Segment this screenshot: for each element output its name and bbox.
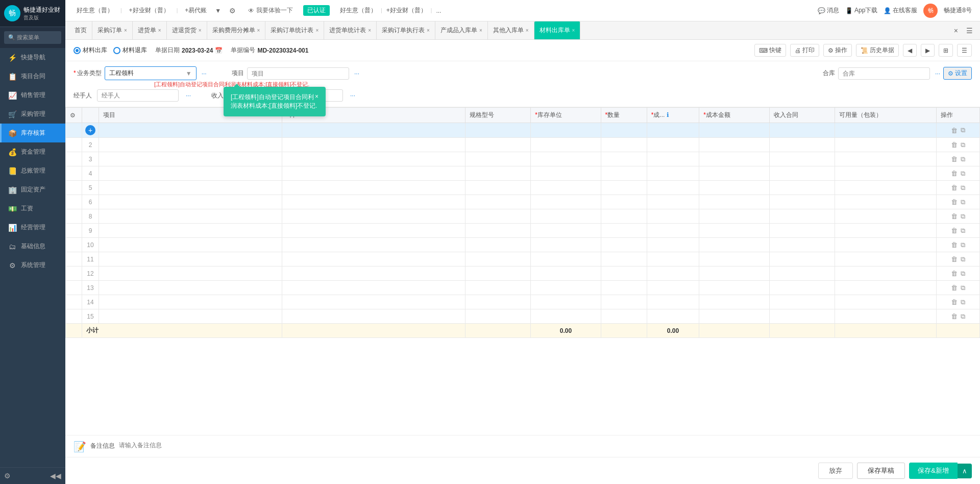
tab-close-instock[interactable]: × bbox=[158, 28, 161, 33]
row3-copy-button[interactable]: ⧉ bbox=[960, 155, 966, 164]
sidebar-item-sales[interactable]: 📈 销售管理 bbox=[0, 86, 65, 105]
row10-delete-button[interactable]: 🗑 bbox=[950, 240, 958, 250]
sidebar-item-ledger[interactable]: 📒 总账管理 bbox=[0, 161, 65, 180]
biz-type-more-icon[interactable]: ··· bbox=[202, 70, 207, 77]
tab-purchase-exec[interactable]: 采购订单执行表 × bbox=[377, 21, 435, 40]
topbar-nav2-2[interactable]: +好业财（普） bbox=[386, 6, 427, 15]
project-input[interactable] bbox=[247, 67, 349, 80]
tab-home[interactable]: 首页 bbox=[69, 21, 92, 40]
row12-delete-button[interactable]: 🗑 bbox=[950, 269, 958, 278]
row14-delete-button[interactable]: 🗑 bbox=[950, 298, 958, 307]
shortcut-key-button[interactable]: ⌨ 快键 bbox=[754, 44, 786, 57]
note-input[interactable] bbox=[119, 440, 972, 451]
list-view-button[interactable]: ☰ bbox=[957, 44, 972, 57]
handler-more-icon[interactable]: ··· bbox=[186, 92, 191, 99]
row11-copy-button[interactable]: ⧉ bbox=[960, 255, 966, 264]
row6-copy-button[interactable]: ⧉ bbox=[960, 198, 966, 207]
tab-close-purchase-fee[interactable]: × bbox=[257, 28, 260, 33]
sidebar-item-assets[interactable]: 🏢 固定资产 bbox=[0, 180, 65, 199]
save-draft-button[interactable]: 保存草稿 bbox=[857, 463, 905, 479]
row14-copy-button[interactable]: ⧉ bbox=[960, 298, 966, 307]
income-contract-more-icon[interactable]: ··· bbox=[350, 92, 355, 99]
search-menu-button[interactable]: 🔍 搜索菜单 bbox=[4, 31, 61, 44]
print-button[interactable]: 🖨 打印 bbox=[790, 44, 819, 57]
row5-delete-button[interactable]: 🗑 bbox=[950, 183, 958, 192]
tooltip-close-button[interactable]: × bbox=[315, 93, 318, 100]
row6-delete-button[interactable]: 🗑 bbox=[950, 198, 958, 207]
discard-button[interactable]: 放弃 bbox=[818, 463, 853, 479]
add-row-button[interactable]: + bbox=[85, 125, 95, 135]
col-settings-icon[interactable]: ⚙ bbox=[70, 112, 76, 119]
row4-copy-button[interactable]: ⧉ bbox=[960, 169, 966, 178]
tab-close-purchase-order[interactable]: × bbox=[124, 28, 127, 33]
project-more-icon[interactable]: ··· bbox=[354, 70, 359, 77]
row8-copy-button[interactable]: ⧉ bbox=[960, 212, 966, 221]
sidebar-item-fund[interactable]: 💰 资金管理 bbox=[0, 142, 65, 161]
handler-input[interactable] bbox=[97, 89, 179, 102]
topbar-nav2-3[interactable]: ... bbox=[436, 7, 441, 14]
row10-copy-button[interactable]: ⧉ bbox=[960, 240, 966, 250]
sidebar-collapse-button[interactable]: ◀◀ bbox=[50, 472, 61, 480]
settings-button[interactable]: ⚙ 设置 bbox=[943, 67, 972, 80]
tab-list-button[interactable]: ☰ bbox=[963, 26, 976, 36]
tab-other-instock[interactable]: 其他入库单 × bbox=[488, 21, 534, 40]
tab-close-purchase-stat[interactable]: × bbox=[315, 28, 318, 33]
tab-material-outstock[interactable]: 材料出库单 × bbox=[534, 21, 581, 40]
user-name[interactable]: 畅捷通8号 bbox=[944, 6, 972, 15]
row1-material-input[interactable] bbox=[285, 127, 462, 134]
radio-material-out[interactable]: 材料出库 bbox=[74, 46, 107, 55]
tab-purchase-stat[interactable]: 采购订单统计表 × bbox=[265, 21, 324, 40]
row1-project-input[interactable] bbox=[102, 127, 279, 134]
row2-copy-button[interactable]: ⧉ bbox=[960, 140, 966, 150]
tab-close-other-instock[interactable]: × bbox=[526, 28, 529, 33]
tab-instock[interactable]: 进货单 × bbox=[133, 21, 167, 40]
tab-return[interactable]: 进退货货 × bbox=[167, 21, 207, 40]
row1-delete-button[interactable]: 🗑 bbox=[950, 126, 958, 135]
row3-delete-button[interactable]: 🗑 bbox=[950, 155, 958, 164]
tab-close-all-button[interactable]: × bbox=[951, 26, 961, 36]
topbar-dropdown-arrow[interactable]: ▼ bbox=[215, 7, 221, 14]
tab-purchase-fee[interactable]: 采购费用分摊单 × bbox=[207, 21, 266, 40]
next-button[interactable]: ▶ bbox=[921, 44, 935, 57]
sidebar-item-shortcut[interactable]: ⚡ 快捷导航 bbox=[0, 48, 65, 67]
row13-copy-button[interactable]: ⧉ bbox=[960, 283, 966, 293]
row5-copy-button[interactable]: ⧉ bbox=[960, 183, 966, 192]
prev-button[interactable]: ◀ bbox=[903, 44, 917, 57]
topbar-nav-haoyecai[interactable]: +好业财（普） bbox=[126, 4, 173, 17]
radio-material-return[interactable]: 材料退库 bbox=[113, 46, 147, 55]
warehouse-input[interactable] bbox=[838, 67, 930, 80]
topbar-app-download[interactable]: 📱 App下载 bbox=[845, 6, 877, 15]
topbar-nav-haoshengyi[interactable]: 好生意（普） bbox=[74, 4, 116, 17]
operation-button[interactable]: ⚙ 操作 bbox=[823, 44, 852, 57]
tab-instock-stat[interactable]: 进货单统计表 × bbox=[324, 21, 377, 40]
topbar-nav-yidaizhang[interactable]: +易代账 bbox=[182, 4, 210, 17]
topbar-experience[interactable]: 👁 我要体验一下 bbox=[248, 6, 293, 15]
tab-product-instock[interactable]: 产成品入库单 × bbox=[435, 21, 488, 40]
topbar-settings-icon[interactable]: ⚙ bbox=[229, 7, 236, 15]
sidebar-item-purchase[interactable]: 🛒 采购管理 bbox=[0, 105, 65, 124]
row9-delete-button[interactable]: 🗑 bbox=[950, 226, 958, 235]
sidebar-item-inventory[interactable]: 📦 库存核算 bbox=[0, 124, 65, 142]
row1-copy-button[interactable]: ⧉ bbox=[960, 126, 966, 135]
row9-copy-button[interactable]: ⧉ bbox=[960, 226, 966, 235]
row8-delete-button[interactable]: 🗑 bbox=[950, 212, 958, 221]
row4-delete-button[interactable]: 🗑 bbox=[950, 169, 958, 178]
tab-close-purchase-exec[interactable]: × bbox=[427, 28, 430, 33]
row15-delete-button[interactable]: 🗑 bbox=[950, 312, 958, 321]
sidebar-item-project[interactable]: 📋 项目合同 bbox=[0, 67, 65, 86]
row2-delete-button[interactable]: 🗑 bbox=[950, 140, 958, 150]
col-info-icon[interactable]: ℹ bbox=[667, 111, 669, 118]
topbar-message[interactable]: 💬 消息 bbox=[818, 6, 839, 15]
sidebar-item-operations[interactable]: 📊 经营管理 bbox=[0, 218, 65, 237]
user-avatar[interactable]: 畅 bbox=[923, 4, 938, 18]
sidebar-item-salary[interactable]: 💵 工资 bbox=[0, 199, 65, 218]
sidebar-item-basicinfo[interactable]: 🗂 基础信息 bbox=[0, 237, 65, 256]
topbar-nav2-1[interactable]: 好生意（普） bbox=[340, 6, 377, 15]
topbar-online-service[interactable]: 👤 在线客服 bbox=[884, 6, 917, 15]
warehouse-more-icon[interactable]: ··· bbox=[935, 70, 940, 77]
sidebar-settings-button[interactable]: ⚙ bbox=[4, 472, 11, 480]
sidebar-item-system[interactable]: ⚙ 系统管理 bbox=[0, 256, 65, 275]
row12-copy-button[interactable]: ⧉ bbox=[960, 269, 966, 278]
tab-purchase-order[interactable]: 采购订单 × bbox=[92, 21, 133, 40]
row11-delete-button[interactable]: 🗑 bbox=[950, 255, 958, 264]
